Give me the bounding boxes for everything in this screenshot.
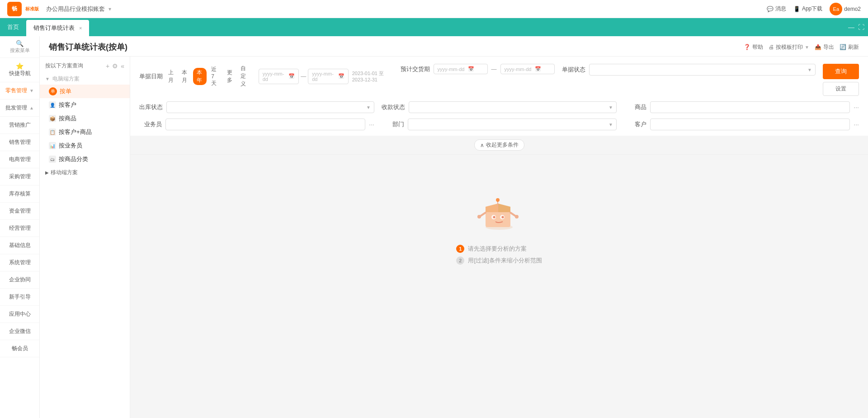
- sidebar-item-basic[interactable]: 基础信息: [0, 237, 39, 254]
- calendar-icon-start: 📅: [288, 73, 295, 79]
- tree-item-by-order[interactable]: 单 按单: [40, 85, 130, 98]
- sidebar-item-purchase[interactable]: 采购管理: [0, 168, 39, 185]
- refresh-button[interactable]: 🔄 刷新: [840, 43, 859, 51]
- delivery-status-select[interactable]: [166, 101, 374, 113]
- message-button[interactable]: 💬 消息: [767, 5, 786, 13]
- sidebar-item-wechat[interactable]: 企业微信: [0, 323, 39, 340]
- filter-department: 部门 ▼: [382, 119, 617, 130]
- collapse-label: 收起更多条件: [486, 141, 519, 149]
- customer-input[interactable]: [650, 119, 850, 130]
- sidebar-sales-label: 销售管理: [9, 138, 31, 146]
- tab-close-icon[interactable]: ×: [79, 25, 82, 31]
- query-button[interactable]: 查询: [823, 64, 859, 79]
- sidebar-item-wholesale[interactable]: 批发管理 ▲: [0, 100, 39, 117]
- tree-item-by-goods-cat[interactable]: 🗂 按商品分类: [40, 152, 130, 166]
- sidebar-item-retail[interactable]: 零售管理 ▼: [0, 82, 39, 100]
- sidebar-item-operations[interactable]: 经营管理: [0, 220, 39, 237]
- date-btn-custom[interactable]: 自定义: [238, 64, 253, 89]
- date-btn-last-month[interactable]: 上月: [165, 68, 177, 85]
- salesperson-more-icon[interactable]: ···: [369, 121, 374, 128]
- left-panel-add-icon[interactable]: +: [106, 62, 109, 70]
- customer-label: 客户: [624, 120, 646, 128]
- tip-num-2: 2: [456, 256, 464, 265]
- tree-item-by-salesperson[interactable]: 📊 按业务员: [40, 139, 130, 152]
- sidebar-item-system[interactable]: 系统管理: [0, 254, 39, 271]
- tab-minimize-icon[interactable]: —: [848, 24, 854, 31]
- salesperson-input[interactable]: [165, 119, 365, 130]
- main-layout: 🔍 搜索菜单 ⭐ 快捷导航 零售管理 ▼ 批发管理 ▲ 营销推广 销售管理 电商…: [0, 36, 868, 418]
- sidebar-member-label: 畅会员: [12, 345, 28, 352]
- by-salesperson-label: 按业务员: [59, 142, 82, 150]
- date-btn-this-month[interactable]: 本月: [179, 68, 191, 85]
- sidebar-item-ecommerce[interactable]: 电商管理: [0, 151, 39, 168]
- date-end-placeholder: yyyy-mm-dd: [312, 71, 334, 82]
- filter-row-2: 出库状态 ▼ 收款状态 ▼: [139, 101, 859, 113]
- sidebar-retail-label: 零售管理: [5, 87, 27, 95]
- by-customer-label: 按客户: [59, 101, 76, 109]
- print-button[interactable]: 🖨 按模板打印 ▼: [769, 43, 809, 51]
- date-btn-last-7[interactable]: 近7天: [208, 65, 222, 88]
- by-goods-label: 按商品: [59, 114, 76, 123]
- sidebar-item-search[interactable]: 🔍 搜索菜单: [0, 36, 39, 58]
- tree-item-by-customer-goods[interactable]: 📋 按客户+商品: [40, 125, 130, 139]
- department-select[interactable]: [408, 119, 617, 130]
- date-end-input[interactable]: yyyy-mm-dd 📅: [308, 69, 348, 84]
- delivery-end-input[interactable]: yyyy-mm-dd 📅: [500, 64, 555, 74]
- page-actions: ❓ 帮助 🖨 按模板打印 ▼ 📤 导出 🔄 刷新: [744, 43, 859, 51]
- settings-button[interactable]: 设置: [823, 82, 859, 96]
- date-range-inputs: yyyy-mm-dd 📅 — yyyy-mm-dd 📅 2023-01-01 至…: [259, 69, 393, 84]
- pc-section-label: 电脑端方案: [52, 75, 80, 83]
- left-panel-collapse-icon[interactable]: «: [121, 62, 124, 70]
- help-button[interactable]: ❓ 帮助: [744, 43, 763, 51]
- empty-tips: 1 请先选择要分析的方案 2 用[过滤]条件来缩小分析范围: [456, 245, 542, 265]
- sidebar-item-newbie[interactable]: 新手引导: [0, 289, 39, 306]
- retail-expand-icon: ▼: [29, 88, 34, 93]
- svg-marker-3: [486, 204, 498, 212]
- goods-input[interactable]: [650, 101, 850, 113]
- collapse-button[interactable]: ∧ 收起更多条件: [474, 139, 524, 151]
- inner-layout: 按以下方案查询 + ⚙ « ▼ 电脑端方案 单 按单 👤 按客户: [40, 57, 868, 418]
- tab-home[interactable]: 首页: [0, 18, 26, 36]
- sidebar-item-member[interactable]: 畅会员: [0, 340, 39, 357]
- sidebar-item-enterprise[interactable]: 企业协同: [0, 271, 39, 289]
- sidebar-item-appstore[interactable]: 应用中心: [0, 306, 39, 323]
- status-select[interactable]: [589, 64, 816, 76]
- date-btn-more[interactable]: 更多: [224, 68, 236, 85]
- filter-customer: 客户 ···: [624, 119, 859, 130]
- date-btn-this-year[interactable]: 本年: [193, 68, 207, 85]
- date-dash: —: [301, 73, 306, 80]
- mobile-section[interactable]: ▶ 移动端方案: [40, 166, 130, 179]
- tab-sales-order[interactable]: 销售订单统计表 ×: [26, 20, 89, 36]
- goods-more-icon[interactable]: ···: [854, 104, 859, 111]
- download-button[interactable]: 📱 App下载: [793, 5, 822, 13]
- customer-more-icon[interactable]: ···: [854, 121, 859, 128]
- delivery-calendar-end: 📅: [535, 66, 541, 72]
- salesperson-label: 业务员: [139, 120, 162, 128]
- sidebar-item-sales[interactable]: 销售管理: [0, 134, 39, 151]
- filter-salesperson: 业务员 ···: [139, 119, 374, 130]
- svg-line-11: [480, 213, 486, 216]
- message-icon: 💬: [767, 6, 774, 12]
- sidebar-item-quicknav[interactable]: ⭐ 快捷导航: [0, 58, 39, 82]
- by-goods-cat-icon: 🗂: [49, 156, 56, 163]
- tip-text-2: 用[过滤]条件来缩小分析范围: [468, 256, 542, 265]
- sidebar-item-inventory[interactable]: 库存核算: [0, 185, 39, 203]
- payment-status-label: 收款状态: [382, 103, 405, 111]
- tree-item-by-goods[interactable]: 📦 按商品: [40, 112, 130, 125]
- date-start-input[interactable]: yyyy-mm-dd 📅: [259, 69, 299, 84]
- tab-active-label: 销售订单统计表: [33, 24, 75, 32]
- print-dropdown-icon[interactable]: ▼: [805, 45, 809, 50]
- delivery-start-input[interactable]: yyyy-mm-dd 📅: [434, 64, 488, 74]
- sidebar-item-marketing[interactable]: 营销推广: [0, 117, 39, 134]
- export-button[interactable]: 📤 导出: [815, 43, 834, 51]
- tree-item-by-customer[interactable]: 👤 按客户: [40, 98, 130, 112]
- user-menu[interactable]: Ea demo2: [830, 3, 861, 15]
- filter-status-field: 单据状态 ▼: [562, 64, 816, 76]
- left-panel-settings-icon[interactable]: ⚙: [112, 62, 118, 70]
- sidebar-appstore-label: 应用中心: [9, 310, 31, 318]
- tab-expand-icon[interactable]: ⛶: [858, 24, 864, 31]
- title-dropdown-icon[interactable]: ▾: [108, 6, 111, 12]
- sidebar-item-finance[interactable]: 资金管理: [0, 203, 39, 220]
- payment-status-select[interactable]: [409, 101, 617, 113]
- sidebar-marketing-label: 营销推广: [9, 121, 31, 129]
